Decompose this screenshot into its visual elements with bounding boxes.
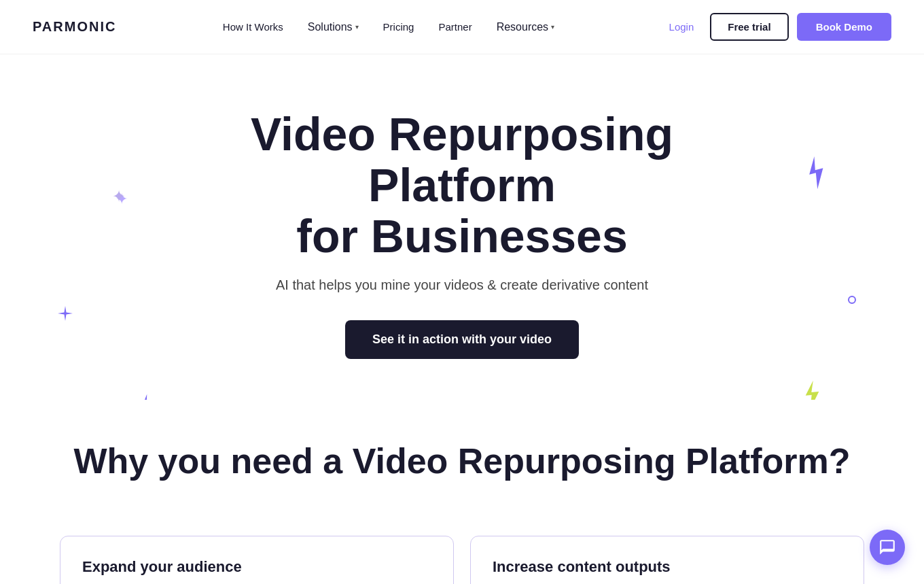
navbar: PARMONIC How It Works Solutions ▾ Pricin… <box>0 0 924 54</box>
chevron-down-icon-resources: ▾ <box>551 23 554 31</box>
nav-link-pricing[interactable]: Pricing <box>383 21 414 33</box>
hero-subtitle: AI that helps you mine your videos & cre… <box>27 277 897 293</box>
why-section-title: Why you need a Video Repurposing Platfor… <box>33 441 891 481</box>
lightning-bottomright <box>800 380 823 400</box>
nav-link-resources[interactable]: Resources ▾ <box>497 21 554 33</box>
nav-link-solutions[interactable]: Solutions ▾ <box>308 21 359 33</box>
login-link[interactable]: Login <box>661 16 703 38</box>
svg-marker-0 <box>805 155 828 190</box>
hero-section: ✦ ✦ Video Repurposing Platform for Busin… <box>0 54 924 400</box>
cards-row: Expand your audience ✔ Reach people who … <box>0 536 924 584</box>
chat-icon <box>878 538 896 556</box>
nav-links: How It Works Solutions ▾ Pricing Partner… <box>223 21 554 33</box>
card-expand-audience-title: Expand your audience <box>82 558 431 576</box>
card-increase-content-title: Increase content outputs <box>493 558 842 576</box>
nav-item-partner[interactable]: Partner <box>438 21 472 33</box>
chat-widget[interactable] <box>870 530 905 565</box>
book-demo-button[interactable]: Book Demo <box>797 13 891 41</box>
circle-decoration-right <box>848 296 856 304</box>
nav-link-partner[interactable]: Partner <box>438 21 472 33</box>
nav-link-how-it-works[interactable]: How It Works <box>223 21 283 33</box>
nav-item-how-it-works[interactable]: How It Works <box>223 21 283 33</box>
why-section: Why you need a Video Repurposing Platfor… <box>0 400 924 536</box>
svg-marker-1 <box>137 393 158 400</box>
lightning-bottomleft <box>133 392 162 400</box>
lightning-topright <box>800 154 834 197</box>
star-decoration-midleft <box>58 306 73 324</box>
hero-title: Video Repurposing Platform for Businesse… <box>156 109 768 261</box>
nav-item-pricing[interactable]: Pricing <box>383 21 414 33</box>
hero-cta-button[interactable]: See it in action with your video <box>345 320 579 359</box>
card-expand-audience: Expand your audience ✔ Reach people who … <box>60 536 454 584</box>
nav-item-solutions[interactable]: Solutions ▾ <box>308 21 359 33</box>
plus-decoration-left: ✦ <box>112 187 126 206</box>
svg-marker-2 <box>804 380 821 400</box>
star-decoration-topleft: ✦ <box>116 190 128 208</box>
chevron-down-icon: ▾ <box>355 23 359 31</box>
nav-logo: PARMONIC <box>33 19 116 35</box>
free-trial-button[interactable]: Free trial <box>710 13 788 41</box>
card-increase-content: Increase content outputs ✔ Upskill your … <box>470 536 864 584</box>
nav-actions: Login Free trial Book Demo <box>661 13 891 41</box>
nav-item-resources[interactable]: Resources ▾ <box>497 21 554 33</box>
